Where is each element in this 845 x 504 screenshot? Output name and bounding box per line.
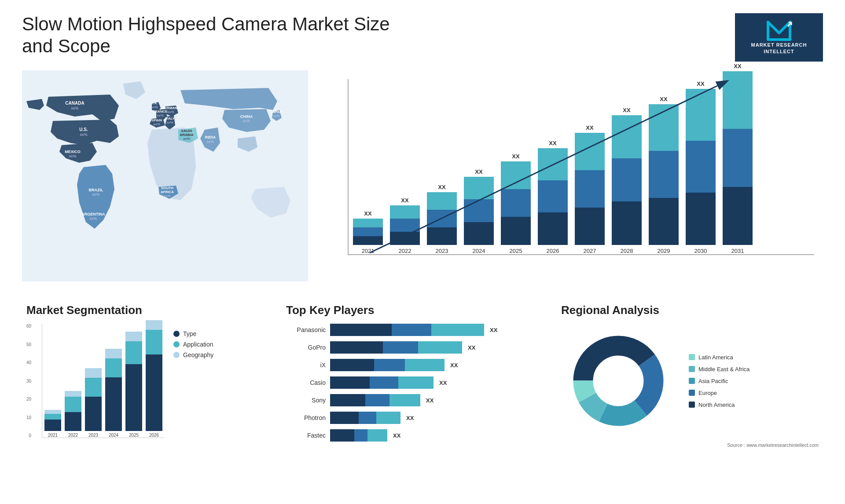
legend-color-asia-pacific [689,378,695,384]
legend-dot-type [173,331,180,337]
source-text: Source : www.marketresearchintellect.com [561,442,819,448]
svg-text:xx%: xx% [89,216,97,221]
page-title: Slow Motion Highspeed Camera Market Size… [22,13,418,58]
top-section: CANADA xx% U.S. xx% MEXICO xx% BRAZIL xx… [22,70,823,290]
svg-text:U.S.: U.S. [79,127,88,132]
list-item: Europe [689,390,749,396]
svg-text:xx%: xx% [183,137,190,141]
legend-color-north-america [689,402,695,408]
donut-legend: Latin America Middle East & Africa Asia … [689,354,749,408]
page-container: Slow Motion Highspeed Camera Market Size… [0,0,845,504]
legend-color-mea [689,366,695,372]
svg-text:ARGENTINA: ARGENTINA [81,212,105,216]
svg-text:CANADA: CANADA [65,101,84,106]
logo-icon [766,20,792,42]
table-row: iX XX [286,359,535,371]
list-item: North America [689,402,749,408]
svg-text:SOUTH: SOUTH [161,186,173,190]
svg-text:INDIA: INDIA [205,135,216,139]
svg-text:xx%: xx% [273,114,279,118]
key-players-container: Top Key Players Panasonic XX [277,299,544,452]
segmentation-title: Market Segmentation [26,303,260,317]
table-row: Photron XX [286,412,535,424]
svg-text:SAUDI: SAUDI [181,129,192,133]
svg-text:MEXICO: MEXICO [65,150,81,154]
legend-color-latin-america [689,354,695,360]
svg-text:xx%: xx% [206,139,214,144]
seg-chart: 2021 2022 [42,324,165,438]
key-players-title: Top Key Players [286,303,535,317]
svg-text:ARABIA: ARABIA [180,133,193,137]
donut-chart [561,324,676,438]
world-map-svg: CANADA xx% U.S. xx% MEXICO xx% BRAZIL xx… [22,70,308,281]
svg-text:xx%: xx% [164,194,170,198]
donut-area: Latin America Middle East & Africa Asia … [561,324,819,438]
bar-chart-container: XX 2021 XX [317,70,823,290]
svg-text:xx%: xx% [71,106,78,110]
regional-container: Regional Analysis [557,299,823,452]
svg-text:xx%: xx% [92,192,99,197]
logo-text: MARKET RESEARCH INTELLECT [739,42,819,55]
svg-text:xx%: xx% [80,132,87,137]
legend-application: Application [173,341,213,348]
list-item: Asia Pacific [689,378,749,384]
svg-text:xx%: xx% [167,110,174,114]
svg-text:xx%: xx% [151,105,158,109]
players-list: Panasonic XX GoPro [286,324,535,442]
svg-text:FRANCE: FRANCE [153,110,168,113]
svg-text:xx%: xx% [69,154,76,158]
svg-text:xx%: xx% [242,119,250,123]
svg-text:U.K.: U.K. [151,101,158,105]
regional-title: Regional Analysis [561,303,819,317]
table-row: Panasonic XX [286,324,535,336]
legend-dot-geography [173,352,180,358]
map-container: CANADA xx% U.S. xx% MEXICO xx% BRAZIL xx… [22,70,308,290]
svg-text:xx%: xx% [153,122,160,126]
svg-text:SPAIN: SPAIN [151,118,162,122]
svg-text:CHINA: CHINA [240,114,253,119]
svg-point-42 [594,357,643,405]
svg-text:GERMANY: GERMANY [162,106,180,110]
legend-dot-application [173,341,180,347]
svg-marker-0 [768,22,790,40]
svg-text:JAPAN: JAPAN [271,110,283,114]
legend-type: Type [173,330,213,337]
table-row: GoPro XX [286,341,535,354]
table-row: Casio XX [286,376,535,389]
segmentation-container: Market Segmentation 60 50 40 30 20 10 0 [22,299,264,452]
header: Slow Motion Highspeed Camera Market Size… [22,13,823,62]
seg-legend: Type Application Geography [173,330,213,438]
svg-text:xx%: xx% [157,113,163,117]
svg-text:ITALY: ITALY [165,117,175,121]
list-item: Middle East & Africa [689,366,749,373]
table-row: Fastec XX [286,429,535,442]
svg-text:AFRICA: AFRICA [161,190,174,194]
table-row: Sony XX [286,394,535,406]
legend-geography: Geography [173,351,213,358]
legend-color-europe [689,390,695,396]
bottom-section: Market Segmentation 60 50 40 30 20 10 0 [22,299,823,452]
list-item: Latin America [689,354,749,361]
svg-text:BRAZIL: BRAZIL [89,188,103,192]
svg-text:xx%: xx% [166,121,173,124]
logo-box: MARKET RESEARCH INTELLECT [735,13,823,62]
